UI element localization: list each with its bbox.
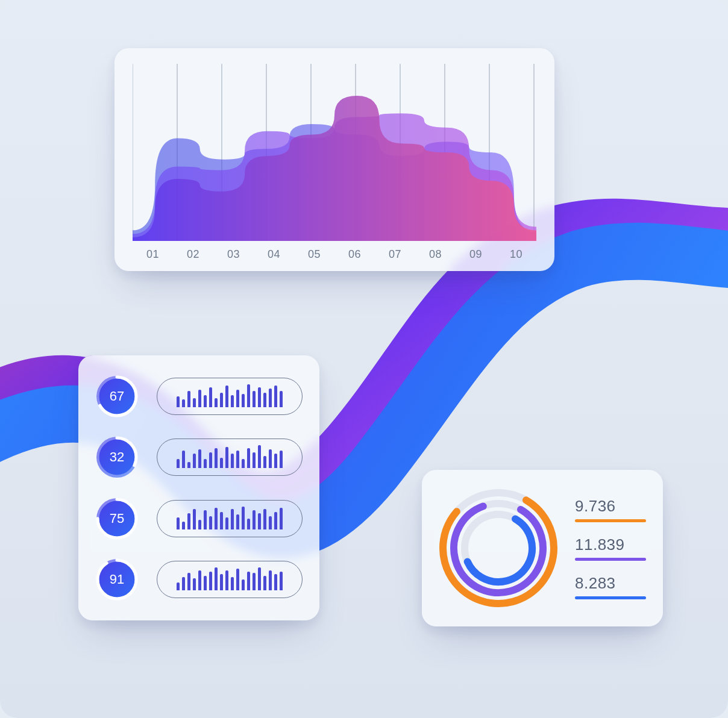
dial-value: 75: [95, 497, 139, 540]
metric-row: 32: [95, 435, 303, 479]
sparkline: [157, 378, 303, 415]
radial-stats-legend: 9.736 11.839 8.283: [575, 497, 646, 599]
x-tick-label: 05: [294, 248, 334, 261]
x-tick-label: 06: [334, 248, 375, 261]
x-tick-label: 02: [173, 248, 213, 261]
sparkline: [157, 439, 303, 476]
stat-item: 8.283: [575, 574, 646, 599]
metric-row: 91: [95, 558, 303, 601]
dial-value: 91: [95, 558, 139, 601]
x-tick-label: 09: [456, 248, 496, 261]
progress-dial: 75: [95, 497, 139, 540]
metric-row: 67: [95, 375, 303, 418]
stat-color-swatch: [575, 519, 646, 522]
area-chart-x-axis: 01020304050607080910: [133, 248, 536, 261]
x-tick-label: 08: [415, 248, 456, 261]
progress-dial: 32: [95, 435, 139, 479]
stat-item: 11.839: [575, 535, 646, 561]
radial-stats-card: 9.736 11.839 8.283: [422, 470, 663, 626]
x-tick-label: 01: [133, 248, 173, 261]
sparkline: [157, 500, 303, 537]
stat-color-swatch: [575, 596, 646, 599]
progress-dial: 91: [95, 558, 139, 601]
nested-donut-chart: [435, 485, 562, 611]
x-tick-label: 07: [375, 248, 415, 261]
progress-dial: 67: [95, 375, 139, 418]
x-tick-label: 04: [254, 248, 294, 261]
stat-color-swatch: [575, 558, 646, 561]
x-tick-label: 03: [213, 248, 254, 261]
stat-value: 8.283: [575, 574, 646, 593]
metric-row: 75: [95, 497, 303, 540]
metrics-card: 67 32: [78, 355, 319, 620]
area-chart-card: 01020304050607080910: [115, 48, 554, 271]
stat-item: 9.736: [575, 497, 646, 522]
area-chart: [133, 64, 536, 241]
stat-value: 9.736: [575, 497, 646, 516]
dial-value: 67: [95, 375, 139, 418]
sparkline: [157, 561, 303, 598]
stat-value: 11.839: [575, 535, 646, 554]
dial-value: 32: [95, 435, 139, 479]
x-tick-label: 10: [496, 248, 536, 261]
